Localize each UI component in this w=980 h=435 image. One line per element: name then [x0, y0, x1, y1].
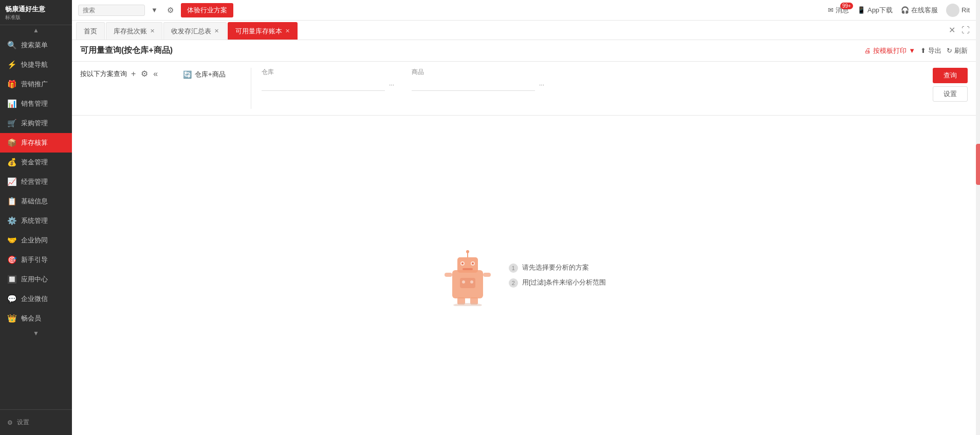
sidebar-item-purchase[interactable]: 🛒采购管理	[0, 114, 72, 133]
tab-fullscreen[interactable]: ⛶	[959, 24, 972, 37]
user-area[interactable]: Rit	[946, 4, 970, 17]
tab-close-all[interactable]: ✕	[947, 23, 957, 37]
filter-collapse-button[interactable]: «	[152, 68, 159, 80]
filter-label: 按以下方案查询	[80, 69, 127, 79]
warehouse-input[interactable]	[262, 79, 385, 91]
sidebar-label-search: 搜索菜单	[21, 41, 48, 50]
tab-label-available: 可用量库存账本	[235, 27, 282, 36]
sidebar-icon-inventory: 📦	[7, 138, 17, 147]
warehouse-more-button[interactable]: ···	[387, 80, 396, 89]
sidebar-item-operation[interactable]: 📈经营管理	[0, 172, 72, 192]
filter-add-button[interactable]: +	[130, 68, 137, 80]
tab-label-batch: 库存批次账	[114, 27, 147, 36]
sidebar-icon-sales: 📊	[7, 99, 17, 108]
sidebar-item-system[interactable]: ⚙️系统管理	[0, 211, 72, 231]
sidebar-label-appstore: 应用中心	[21, 275, 48, 284]
tab-close-batch[interactable]: ✕	[150, 28, 155, 34]
sidebar-item-search[interactable]: 🔍搜索菜单	[0, 35, 72, 55]
sidebar-scroll-down[interactable]: ▼	[0, 328, 72, 338]
sidebar-label-finance: 资金管理	[21, 158, 48, 167]
print-icon: 🖨	[864, 47, 871, 54]
settings-icon: ⚙	[7, 419, 13, 426]
breadcrumb-dropdown[interactable]: ▼	[149, 5, 160, 15]
message-icon: ✉	[828, 6, 834, 14]
sidebar-icon-member: 👑	[7, 314, 17, 323]
message-button[interactable]: ✉ 消息 99+	[828, 6, 849, 15]
refresh-button[interactable]: ↻ 刷新	[947, 46, 968, 55]
warehouse-label: 仓库	[262, 68, 405, 77]
sidebar-item-sales[interactable]: 📊销售管理	[0, 94, 72, 114]
page-title: 可用量查询(按仓库+商品)	[80, 45, 173, 61]
goods-label: 商品	[412, 68, 556, 77]
export-button[interactable]: ⬆ 导出	[920, 46, 941, 55]
sidebar-icon-operation: 📈	[7, 177, 17, 186]
goods-more-button[interactable]: ···	[537, 80, 546, 89]
page-actions: 🖨 按模板打印 ▼ ⬆ 导出 ↻ 刷新	[864, 46, 968, 61]
tab-close-summary[interactable]: ✕	[214, 28, 219, 34]
query-button[interactable]: 查询	[933, 68, 968, 83]
sidebar-item-newbie[interactable]: 🎯新手引导	[0, 250, 72, 270]
app-download-button[interactable]: 📱 App下载	[857, 6, 893, 15]
right-sidebar-handle[interactable]	[976, 144, 980, 185]
column-settings-button[interactable]: 设置	[933, 86, 968, 102]
filter-left: 按以下方案查询 + ⚙ «	[80, 68, 173, 80]
sidebar-item-enterprise[interactable]: 🤝企业协同	[0, 231, 72, 250]
goods-field-group: 商品 ···	[412, 68, 556, 91]
svg-point-15	[470, 280, 473, 283]
refresh-label: 刷新	[954, 46, 968, 55]
sidebar-item-inventory[interactable]: 📦库存核算	[0, 133, 72, 153]
svg-point-6	[461, 262, 464, 264]
scheme-item-warehouse-goods[interactable]: 🔄 仓库+商品	[179, 68, 241, 81]
header-right: ✉ 消息 99+ 📱 App下载 🎧 在线客服 Rit	[828, 4, 970, 17]
print-button[interactable]: 🖨 按模板打印 ▼	[864, 46, 915, 55]
sidebar-scroll-up[interactable]: ▲	[0, 25, 72, 35]
sidebar-item-finance[interactable]: 💰资金管理	[0, 153, 72, 172]
svg-rect-11	[445, 273, 452, 277]
sidebar-icon-basic: 📋	[7, 197, 17, 206]
tab-summary[interactable]: 收发存汇总表✕	[163, 22, 227, 40]
sidebar-item-marketing[interactable]: 🎁营销推广	[0, 74, 72, 94]
empty-robot-svg	[442, 250, 493, 306]
page-title-row: 可用量查询(按仓库+商品)	[80, 45, 173, 61]
tip-num-1: 1	[509, 263, 518, 273]
tip-text-1: 请先选择要分析的方案	[522, 263, 589, 272]
empty-tip-1: 1 请先选择要分析的方案	[509, 263, 606, 273]
svg-point-7	[472, 262, 474, 264]
sidebar-item-appstore[interactable]: 🔲应用中心	[0, 270, 72, 289]
sidebar-item-shortcut[interactable]: ⚡快捷导航	[0, 55, 72, 74]
tab-bar-right: ✕ ⛶	[947, 23, 976, 37]
phone-icon: 📱	[857, 6, 865, 14]
export-icon: ⬆	[920, 47, 926, 54]
logo-sub: 标准版	[5, 14, 67, 21]
tab-bar: 首页库存批次账✕收发存汇总表✕可用量库存账本✕ ✕ ⛶	[72, 21, 976, 40]
tab-label-summary: 收发存汇总表	[171, 27, 211, 36]
sidebar-label-marketing: 营销推广	[21, 80, 48, 89]
sidebar-icon-finance: 💰	[7, 158, 17, 167]
empty-tip-2: 2 用[过滤]条件来缩小分析范围	[509, 278, 606, 288]
scheme-label: 仓库+商品	[195, 70, 226, 79]
goods-input[interactable]	[412, 79, 535, 91]
goods-input-row: ···	[412, 79, 556, 91]
sidebar-logo: 畅康通好生意 标准版	[0, 0, 72, 25]
filter-fields: 仓库 ··· 商品 ···	[262, 68, 927, 91]
warehouse-field-group: 仓库 ···	[262, 68, 405, 91]
sidebar-item-member[interactable]: 👑畅会员	[0, 309, 72, 328]
page-header: 可用量查询(按仓库+商品) 🖨 按模板打印 ▼ ⬆ 导出 ↻ 刷新	[72, 40, 976, 62]
tab-batch[interactable]: 库存批次账✕	[106, 22, 162, 40]
sidebar-item-basic[interactable]: 📋基础信息	[0, 192, 72, 211]
gear-button[interactable]: ⚙	[164, 5, 177, 16]
app-label: App下载	[867, 6, 893, 15]
service-button[interactable]: 🎧 在线客服	[901, 6, 938, 15]
breadcrumb-search[interactable]	[78, 5, 145, 16]
tab-available[interactable]: 可用量库存账本✕	[228, 22, 298, 40]
tab-home[interactable]: 首页	[76, 22, 105, 40]
user-avatar	[946, 4, 959, 17]
filter-settings-button[interactable]: ⚙	[140, 68, 149, 80]
sidebar-item-wechat[interactable]: 💬企业微信	[0, 289, 72, 309]
sidebar-settings[interactable]: ⚙ 设置	[0, 414, 72, 431]
sidebar-icon-newbie: 🎯	[7, 255, 17, 264]
svg-rect-12	[483, 273, 491, 277]
sidebar-icon-marketing: 🎁	[7, 80, 17, 89]
industry-button[interactable]: 体验行业方案	[181, 3, 233, 17]
tab-close-available[interactable]: ✕	[285, 28, 290, 34]
